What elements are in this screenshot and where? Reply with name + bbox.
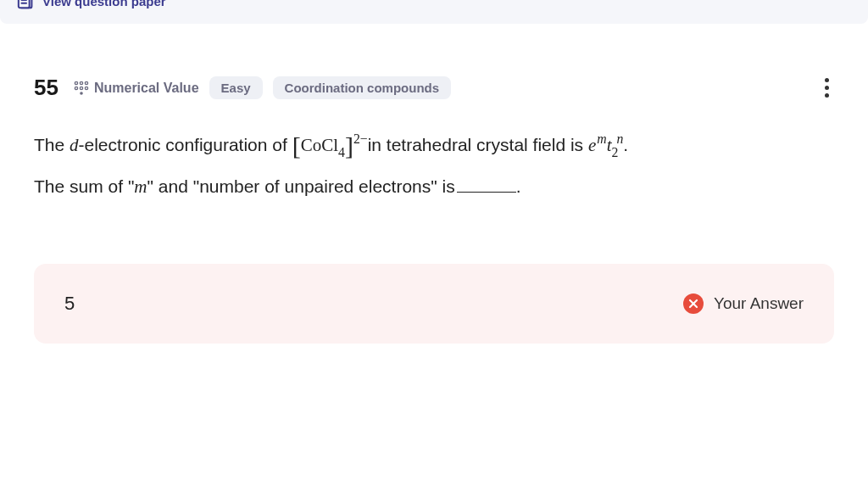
top-bar: View question paper: [0, 0, 868, 24]
answer-status: Your Answer: [683, 293, 804, 314]
q-formula: CoCl: [301, 135, 338, 155]
difficulty-pill: Easy: [209, 76, 263, 99]
question-text: The d-electronic configuration of [CoCl4…: [34, 121, 834, 204]
q-text: .: [623, 135, 628, 154]
q-text: .: [516, 176, 521, 196]
svg-point-4: [75, 81, 77, 84]
svg-point-8: [80, 87, 82, 89]
q-var-m: m: [134, 176, 147, 197]
topic-pill: Coordination compounds: [273, 76, 451, 99]
q-text: The: [34, 135, 70, 154]
question-type-label: Numerical Value: [94, 81, 199, 96]
q-text: in tetrahedral crystal field is: [368, 135, 588, 154]
q-var-t: t: [607, 135, 612, 155]
q-text: " and "number of unpaired electrons" is: [147, 176, 455, 196]
your-answer-label: Your Answer: [714, 294, 804, 313]
question-meta-row: 55 Numerical Value Easy Coordination com…: [34, 75, 834, 101]
svg-point-7: [75, 87, 77, 89]
svg-point-6: [85, 81, 87, 84]
numerical-value-icon: [74, 81, 89, 96]
incorrect-icon: [683, 293, 704, 314]
answer-blank: [457, 192, 516, 193]
q-formula-sub: 4: [338, 145, 345, 159]
q-text: -electronic configuration of: [79, 135, 292, 154]
q-bracket-open: [: [292, 131, 301, 159]
svg-point-10: [80, 92, 83, 95]
svg-point-9: [85, 87, 87, 89]
more-options-button[interactable]: [820, 78, 834, 98]
q-var-d: d: [70, 135, 79, 155]
q-sub-2: 2: [612, 145, 619, 159]
q-formula-sup: 2−: [353, 131, 368, 146]
question-content: 55 Numerical Value Easy Coordination com…: [0, 24, 868, 344]
q-var-e: e: [588, 135, 596, 155]
q-bracket-close: ]: [345, 131, 353, 159]
q-var-m-sup: m: [597, 131, 606, 146]
svg-point-5: [80, 81, 82, 84]
paper-icon: [17, 0, 36, 10]
your-answer-value: 5: [64, 293, 75, 315]
view-question-paper-label: View question paper: [42, 0, 166, 8]
question-number: 55: [34, 75, 58, 101]
question-type-chip: Numerical Value: [74, 81, 199, 96]
q-text: The sum of ": [34, 176, 134, 196]
view-question-paper-link[interactable]: View question paper: [17, 0, 166, 10]
your-answer-card: 5 Your Answer: [34, 264, 834, 344]
